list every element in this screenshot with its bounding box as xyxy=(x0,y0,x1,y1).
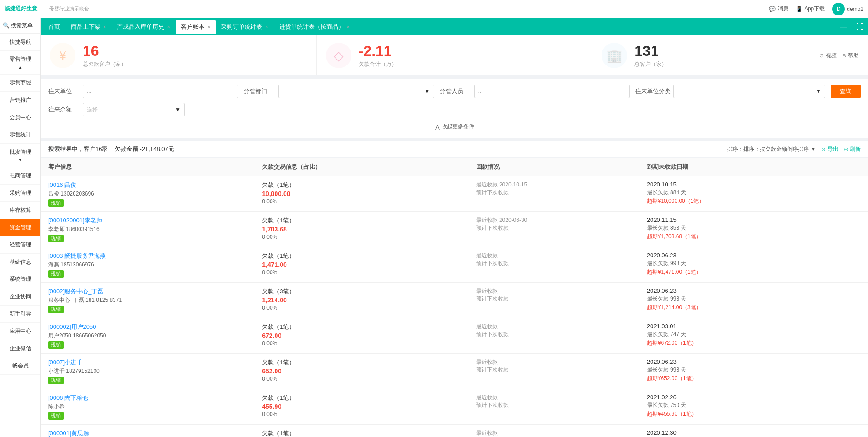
debt-count-5: 欠款（1笔） xyxy=(262,358,476,367)
tab-purchase-order[interactable]: 采购订单统计表 × xyxy=(216,20,273,34)
customer-name-2[interactable]: [0003]畅捷服务尹海燕 xyxy=(48,252,262,260)
col-header-debt: 欠款交易信息（占比） xyxy=(262,163,476,171)
collapse-bar[interactable]: ⋀ 收起更多条件 xyxy=(48,121,861,132)
stat-owed-customers: ¥ 16 总欠款客户（家） xyxy=(41,35,317,75)
sidebar-item-retail-mall[interactable]: 零售商城 xyxy=(0,75,40,92)
tab-home[interactable]: 首页 xyxy=(43,20,65,34)
tab-production-close[interactable]: × xyxy=(167,24,170,30)
total-customers-label: 总客户（家） xyxy=(634,60,667,68)
sidebar-item-capital-mgmt[interactable]: 资金管理 xyxy=(0,219,40,236)
overdue-info-0: 2020.10.15 最长欠款 884 天 超期¥10,000.00（1笔） xyxy=(647,181,861,205)
dept-chevron-icon: ▼ xyxy=(425,88,430,95)
manager-input[interactable]: ... xyxy=(474,85,630,98)
stat-owed-amount: ◇ -2.11 欠款合计（万） xyxy=(317,35,593,75)
overdue-amount-0[interactable]: 超期¥10,000.00（1笔） xyxy=(647,197,861,205)
return-info-7: 最近收款 预计下次收款 xyxy=(476,429,647,437)
stats-row: ¥ 16 总欠款客户（家） ◇ -2.11 欠款合计（万） xyxy=(41,35,868,75)
overdue-amount-2[interactable]: 超期¥1,471.00（1笔） xyxy=(647,268,861,276)
sidebar-item-enterprise-wechat[interactable]: 企业微信 xyxy=(0,340,40,357)
app-download-button[interactable]: 📱 App下载 xyxy=(796,5,825,13)
sidebar-search[interactable]: 🔍 搜索菜单 xyxy=(0,18,40,34)
minimize-button[interactable]: — xyxy=(837,22,850,32)
sidebar-item-marketing[interactable]: 营销推广 xyxy=(0,92,40,109)
video-link[interactable]: ⊙ 视频 xyxy=(819,52,836,60)
overdue-amount-3[interactable]: 超期¥1,214.00（3笔） xyxy=(647,304,861,311)
overdue-amount-5[interactable]: 超期¥652.00（1笔） xyxy=(647,375,861,382)
sidebar-item-system-mgmt[interactable]: 系统管理 xyxy=(0,271,40,288)
customer-name-0[interactable]: [0016]吕俊 xyxy=(48,181,262,189)
debt-amount-6[interactable]: 455.90 xyxy=(262,403,476,410)
balance-input[interactable]: 选择... ▼ xyxy=(83,103,185,116)
sidebar-item-purchase-mgmt[interactable]: 采购管理 xyxy=(0,185,40,202)
overdue-amount-4[interactable]: 超期¥672.00（1笔） xyxy=(647,339,861,347)
filter-dept: 分管部门 ▼ xyxy=(244,85,434,98)
debt-amount-1[interactable]: 1,703.68 xyxy=(262,226,476,233)
customer-name-7[interactable]: [000001]黄思源 xyxy=(48,429,262,437)
debt-amount-3[interactable]: 1,214.00 xyxy=(262,296,476,304)
return-label-7: 最近收款 xyxy=(476,429,647,437)
export-button[interactable]: ⊙ 导出 xyxy=(821,146,838,153)
debt-amount-2[interactable]: 1,471.00 xyxy=(262,261,476,268)
tab-incoming-stats[interactable]: 进货单统计表（按商品） × xyxy=(274,20,355,34)
filter-area: 往来单位 ... 分管部门 ▼ xyxy=(41,79,868,138)
tab-purchase-order-close[interactable]: × xyxy=(265,24,268,30)
overdue-date-4: 2021.03.01 xyxy=(647,323,861,330)
overdue-amount-6[interactable]: 超期¥455.90（1笔） xyxy=(647,410,861,418)
overdue-days-2: 最长欠款 998 天 xyxy=(647,260,861,267)
customer-name-3[interactable]: [0002]服务中心_丁磊 xyxy=(48,287,262,296)
sidebar-item-app-center[interactable]: 应用中心 xyxy=(0,323,40,340)
tab-products-close[interactable]: × xyxy=(103,24,106,30)
customer-info-6: [0006]去下粮仓 陈小希 现销 xyxy=(48,394,262,420)
debt-amount-4[interactable]: 672.00 xyxy=(262,332,476,339)
customer-name-6[interactable]: [0006]去下粮仓 xyxy=(48,394,262,402)
sidebar-item-ecommerce[interactable]: 电商管理 xyxy=(0,167,40,185)
maximize-button[interactable]: ⛶ xyxy=(853,22,866,32)
debt-amount-0[interactable]: 10,000.00 xyxy=(262,190,476,197)
refresh-button[interactable]: ⊙ 刷新 xyxy=(844,146,861,153)
message-label: 消息 xyxy=(778,5,788,13)
customer-name-4[interactable]: [000002]用户2050 xyxy=(48,323,262,331)
unit-category-input[interactable]: ▼ xyxy=(673,85,825,98)
sidebar-item-basic-info[interactable]: 基础信息 xyxy=(0,254,40,271)
unit-category-chevron-icon: ▼ xyxy=(816,88,821,95)
tab-customer-account-close[interactable]: × xyxy=(207,24,210,30)
sidebar-item-member-pro[interactable]: 畅会员 xyxy=(0,357,40,375)
sidebar-item-operations[interactable]: 经营管理 xyxy=(0,236,40,254)
owed-amount-label: 欠款合计（万） xyxy=(359,60,397,68)
customer-phone-3: 服务中心_丁磊 181 0125 8371 xyxy=(48,296,262,304)
overdue-days-6: 最长欠款 750 天 xyxy=(647,402,861,409)
sidebar-item-batch-mgmt[interactable]: 批发管理 ▼ xyxy=(0,144,40,167)
sidebar-item-new-guide[interactable]: 新手引导 xyxy=(0,306,40,323)
total-customers-icon: 🏢 xyxy=(602,43,627,68)
result-summary: 搜索结果中，客户16家 欠款金额 -21,148.07元 排序：排序：按欠款金额… xyxy=(41,141,868,157)
source-unit-input[interactable]: ... xyxy=(83,85,238,98)
overdue-info-3: 2020.06.23 最长欠款 998 天 超期¥1,214.00（3笔） xyxy=(647,287,861,311)
customer-name-5[interactable]: [0007]小进千 xyxy=(48,358,262,367)
customer-name-1[interactable]: [0001020001]李老师 xyxy=(48,216,262,225)
dept-input[interactable]: ▼ xyxy=(278,85,434,98)
search-button[interactable]: 查询 xyxy=(831,85,861,98)
tab-incoming-stats-close[interactable]: × xyxy=(347,24,350,30)
return-next-6: 预计下次收款 xyxy=(476,402,647,409)
debt-count-3: 欠款（3笔） xyxy=(262,287,476,296)
sidebar-item-quick-nav[interactable]: 快捷导航 xyxy=(0,34,40,51)
debt-info-2: 欠款（1笔） 1,471.00 0.00% xyxy=(262,252,476,276)
tab-products[interactable]: 商品上下架 × xyxy=(65,20,111,34)
filter-row-1: 往来单位 ... 分管部门 ▼ xyxy=(48,85,861,98)
tab-customer-account[interactable]: 客户账本 × xyxy=(176,20,216,34)
sidebar-item-enterprise-coop[interactable]: 企业协同 xyxy=(0,288,40,306)
result-actions: 排序：排序：按欠款金额倒序排序 ▼ ⊙ 导出 ⊙ 刷新 xyxy=(727,146,861,153)
sidebar-item-retail-stats[interactable]: 零售统计 xyxy=(0,126,40,144)
tab-production[interactable]: 产成品入库单历史 × xyxy=(111,20,175,34)
table-row: [0003]畅捷服务尹海燕 海燕 18513066976 现销 欠款（1笔） 1… xyxy=(41,247,868,283)
sidebar-item-retail-mgmt[interactable]: 零售管理 ▲ xyxy=(0,51,40,75)
message-button[interactable]: 💬 消息 xyxy=(769,5,788,13)
overdue-amount-1[interactable]: 超期¥1,703.68（1笔） xyxy=(647,233,861,241)
sidebar-item-member-center[interactable]: 会员中心 xyxy=(0,109,40,126)
debt-amount-5[interactable]: 652.00 xyxy=(262,367,476,375)
customer-phone-0: 吕俊 13026203696 xyxy=(48,190,262,198)
help-link[interactable]: ⊙ 帮助 xyxy=(842,52,859,60)
sidebar-item-inventory[interactable]: 库存核算 xyxy=(0,202,40,219)
overdue-days-5: 最长欠款 998 天 xyxy=(647,366,861,374)
user-avatar[interactable]: D demo2 xyxy=(832,3,863,15)
